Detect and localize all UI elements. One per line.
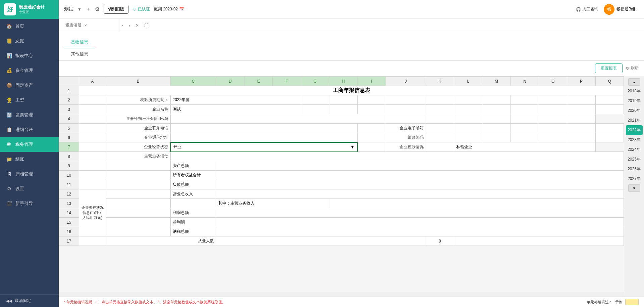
cell-title[interactable]: 工商年报信息表 xyxy=(79,86,624,95)
cell-2-l[interactable] xyxy=(454,95,482,105)
cell-17-j[interactable]: 0 xyxy=(426,236,454,246)
table-row: 3 企业名称 测试 xyxy=(59,105,624,114)
sidebar-item-新手引导[interactable]: 🎬新手引导 xyxy=(0,196,59,211)
tab-next-btn[interactable]: › xyxy=(126,23,133,28)
year-sidebar: ▲ 2018年2019年2020年2021年2022年2023年2024年202… xyxy=(624,76,644,297)
spreadsheet-scroll[interactable]: A B C D E F G H I J K L xyxy=(59,76,624,292)
tab-expand-btn[interactable]: ⛶ xyxy=(142,23,151,28)
tab-prev-btn[interactable]: ‹ xyxy=(119,23,126,28)
col-header-f[interactable]: F xyxy=(273,77,301,86)
cell-2-j[interactable] xyxy=(386,95,426,105)
topbar-dropdown-arrow[interactable]: ▼ xyxy=(77,7,82,12)
year-scroll-up-btn[interactable]: ▲ xyxy=(628,78,640,86)
topbar-add-btn[interactable]: ＋ xyxy=(86,6,91,13)
tab-4[interactable]: 税表清册✕ xyxy=(61,19,119,32)
cell-2-n[interactable] xyxy=(511,95,539,105)
cell-7-c[interactable]: 开业 ▼ xyxy=(170,142,358,152)
year-item-2026年[interactable]: 2026年 xyxy=(626,164,643,174)
year-item-2020年[interactable]: 2020年 xyxy=(626,106,643,116)
col-header-e[interactable]: E xyxy=(245,77,273,86)
inner-tab-0[interactable]: 基础信息 xyxy=(64,36,95,48)
inner-tab-1[interactable]: 其他信息 xyxy=(64,48,95,60)
user-menu-btn[interactable]: 畅 畅捷通B组... xyxy=(604,4,639,15)
year-item-2025年[interactable]: 2025年 xyxy=(626,155,643,164)
col-header-n[interactable]: N xyxy=(511,77,539,86)
col-header-a[interactable]: A xyxy=(79,77,106,86)
sidebar-label-8: 税务管理 xyxy=(15,141,33,147)
year-item-2024年[interactable]: 2024年 xyxy=(626,145,643,155)
row-num-6: 6 xyxy=(59,133,79,142)
sidebar-item-发票管理[interactable]: 🧾发票管理 xyxy=(0,107,59,122)
cell-2-c[interactable]: 2022年度 xyxy=(170,95,301,105)
cell-2-g[interactable] xyxy=(301,95,329,105)
row-num-16: 16 xyxy=(59,227,79,236)
cell-2-k[interactable] xyxy=(426,95,454,105)
select-dropdown-icon[interactable]: ▼ xyxy=(351,145,355,149)
cell-2-m[interactable] xyxy=(482,95,511,105)
col-header-l[interactable]: L xyxy=(454,77,482,86)
col-header-o[interactable]: O xyxy=(539,77,567,86)
cell-7-l[interactable]: 私营企业 xyxy=(454,142,595,152)
col-header-m[interactable]: M xyxy=(482,77,511,86)
sidebar-logo: 好 畅捷通好会计 专业版 xyxy=(0,0,59,19)
cell-3-c[interactable]: 测试 xyxy=(170,105,301,114)
reset-report-btn[interactable]: 重置报表 xyxy=(595,63,623,73)
sidebar-item-资金管理[interactable]: 💰资金管理 xyxy=(0,63,59,78)
headset-icon: 🎧 xyxy=(576,7,581,12)
sidebar-item-固定资产[interactable]: 📦固定资产 xyxy=(0,78,59,93)
year-item-2027年[interactable]: 2027年 xyxy=(626,174,643,184)
col-header-b[interactable]: B xyxy=(106,77,171,86)
consult-btn[interactable]: 🎧 人工咨询 xyxy=(576,6,598,12)
cell-10-c: 所有者权益合计 xyxy=(170,171,216,180)
inner-tabs: 基础信息其他信息 xyxy=(59,32,644,61)
switch-version-btn[interactable]: 切到旧版 xyxy=(104,5,128,14)
verified-label: 已认证 xyxy=(138,6,150,12)
col-header-c[interactable]: C xyxy=(170,77,216,86)
year-item-2022年[interactable]: 2022年 xyxy=(626,125,643,135)
year-item-2019年[interactable]: 2019年 xyxy=(626,96,643,106)
cell-17-b: 从业人数 xyxy=(106,236,216,246)
cell-2-h[interactable] xyxy=(329,95,357,105)
cell-2-p[interactable] xyxy=(567,95,595,105)
topbar-settings-btn[interactable]: ⚙ xyxy=(95,6,100,12)
col-header-q[interactable]: Q xyxy=(595,77,624,86)
tab-close-4[interactable]: ✕ xyxy=(84,24,87,27)
col-header-i[interactable]: I xyxy=(358,77,386,86)
cell-2-i[interactable] xyxy=(358,95,386,105)
sidebar-item-税务管理[interactable]: 🏛税务管理 xyxy=(0,137,59,152)
sidebar-collapse-label: 取消固定 xyxy=(15,298,31,304)
sheet-horizontal-scrollbar[interactable] xyxy=(59,292,624,297)
sidebar-item-结账[interactable]: 📁结账 xyxy=(0,152,59,167)
col-header-h[interactable]: H xyxy=(329,77,357,86)
cell-5-c[interactable] xyxy=(170,124,358,133)
sidebar-item-设置[interactable]: ⚙设置 xyxy=(0,181,59,196)
cell-2-q[interactable] xyxy=(595,95,624,105)
cell-4-c[interactable] xyxy=(170,114,386,124)
col-header-j[interactable]: J xyxy=(386,77,426,86)
year-item-2021年[interactable]: 2021年 xyxy=(626,116,643,125)
sidebar-item-报表中心[interactable]: 📊报表中心 xyxy=(0,48,59,63)
col-header-k[interactable]: K xyxy=(426,77,454,86)
sidebar-collapse-btn[interactable]: ◀◀ 取消固定 xyxy=(0,294,59,307)
app-name: 畅捷通好会计 xyxy=(19,4,45,10)
refresh-icon: ↻ xyxy=(626,66,629,71)
row-num-13: 13 xyxy=(59,199,79,208)
cell-2-o[interactable] xyxy=(539,95,567,105)
col-header-g[interactable]: G xyxy=(301,77,329,86)
sidebar-item-归档管理[interactable]: 🗄归档管理 xyxy=(0,167,59,181)
sidebar-item-工资[interactable]: 👷工资 xyxy=(0,93,59,107)
refresh-btn[interactable]: ↻ 刷新 xyxy=(626,63,639,73)
col-header-p[interactable]: P xyxy=(567,77,595,86)
sidebar-item-总账[interactable]: 📒总账 xyxy=(0,34,59,48)
year-item-2023年[interactable]: 2023年 xyxy=(626,135,643,145)
cell-2-a[interactable] xyxy=(79,95,106,105)
sidebar-item-进销台账[interactable]: 📋进销台账 xyxy=(0,122,59,137)
year-item-2018年[interactable]: 2018年 xyxy=(626,86,643,96)
col-header-d[interactable]: D xyxy=(216,77,244,86)
year-scroll-down-btn[interactable]: ▼ xyxy=(628,184,640,192)
row-num-11: 11 xyxy=(59,180,79,189)
cell-6-c[interactable] xyxy=(170,133,358,142)
sidebar-item-首页[interactable]: 🏠首页 xyxy=(0,19,59,34)
tab-close-all-btn[interactable]: ✕ xyxy=(133,23,142,28)
cell-3-a[interactable] xyxy=(79,105,106,114)
